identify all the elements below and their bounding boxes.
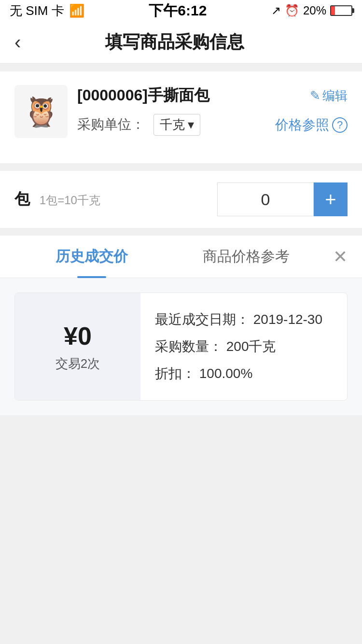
quantity-input[interactable] [217, 182, 314, 216]
tab-history-label: 历史成交价 [56, 247, 128, 266]
product-thumbnail: 🦉 [14, 85, 68, 138]
battery-fill [331, 6, 335, 15]
price-reference-button[interactable]: 价格参照 ? [275, 116, 348, 134]
price-count: 交易2次 [56, 355, 100, 372]
unit-section: 采购单位： 千克 ▾ [77, 114, 200, 136]
battery-icon [330, 5, 352, 16]
product-header: 🦉 [0000006]手撕面包 ✎ 编辑 采购单位： 千克 ▾ [14, 85, 348, 138]
unit-value: 千克 [160, 116, 185, 133]
product-image-placeholder: 🦉 [23, 95, 59, 129]
tab-product-price-ref[interactable]: 商品价格参考 [169, 236, 323, 278]
carrier-text: 无 SIM 卡 [10, 2, 64, 19]
status-bar: 无 SIM 卡 📶 下午6:12 ↗ ⏰ 20% [0, 0, 362, 21]
location-icon: ↗ [271, 4, 281, 17]
help-icon: ? [332, 117, 348, 133]
nav-bar: ‹ 填写商品采购信息 [0, 21, 362, 64]
product-card: 🦉 [0000006]手撕面包 ✎ 编辑 采购单位： 千克 ▾ [0, 71, 362, 163]
edit-label: 编辑 [322, 87, 348, 104]
status-left: 无 SIM 卡 📶 [10, 2, 84, 19]
history-price-card: ¥0 交易2次 最近成交日期： 2019-12-30 采购数量： 200千克 折… [14, 293, 348, 401]
unit-select[interactable]: 千克 ▾ [153, 114, 200, 136]
quantity-row: 包 1包=10千克 + [0, 171, 362, 228]
status-right: ↗ ⏰ 20% [271, 4, 352, 17]
main-background [0, 415, 362, 644]
battery-percent: 20% [303, 4, 326, 17]
purchase-qty-label: 采购数量： [155, 339, 223, 354]
purchase-unit-row: 采购单位： 千克 ▾ 价格参照 ? [77, 114, 348, 136]
status-time: 下午6:12 [149, 1, 207, 21]
recent-date-label: 最近成交日期： [155, 312, 250, 327]
tab-content-history: ¥0 交易2次 最近成交日期： 2019-12-30 采购数量： 200千克 折… [0, 278, 362, 415]
unit-label: 采购单位： [77, 117, 145, 132]
tab-price-ref-label: 商品价格参考 [203, 247, 290, 266]
dropdown-icon: ▾ [188, 117, 194, 132]
product-name-row: [0000006]手撕面包 ✎ 编辑 [77, 85, 348, 106]
price-ref-label: 价格参照 [275, 116, 329, 134]
alarm-icon: ⏰ [285, 4, 299, 17]
quantity-unit-desc: 1包=10千克 [40, 194, 100, 207]
tab-history-price[interactable]: 历史成交价 [14, 236, 169, 278]
purchase-qty-value: 200千克 [226, 339, 276, 354]
discount-row: 折扣： 100.00% [155, 364, 333, 383]
tabs-header: 历史成交价 商品价格参考 ✕ [0, 236, 362, 278]
product-name: [0000006]手撕面包 [77, 85, 209, 106]
wifi-icon: 📶 [69, 3, 84, 18]
page-title: 填写商品采购信息 [30, 30, 319, 54]
edit-button[interactable]: ✎ 编辑 [310, 87, 348, 104]
quantity-unit-label: 包 [14, 190, 30, 208]
product-info: [0000006]手撕面包 ✎ 编辑 采购单位： 千克 ▾ 价格参照 ? [77, 85, 348, 136]
quantity-plus-button[interactable]: + [314, 182, 348, 216]
recent-date-value: 2019-12-30 [253, 312, 322, 327]
tabs-panel: 历史成交价 商品价格参考 ✕ ¥0 交易2次 最近成交日期： 2019-12-3… [0, 236, 362, 415]
price-amount: ¥0 [64, 322, 92, 350]
quantity-label-group: 包 1包=10千克 [14, 189, 100, 210]
price-summary: ¥0 交易2次 [15, 293, 140, 400]
back-button[interactable]: ‹ [14, 31, 30, 53]
quantity-controls: + [217, 182, 348, 216]
recent-date-row: 最近成交日期： 2019-12-30 [155, 310, 333, 329]
edit-icon: ✎ [310, 88, 320, 103]
price-details: 最近成交日期： 2019-12-30 采购数量： 200千克 折扣： 100.0… [140, 293, 347, 400]
discount-value: 100.00% [199, 366, 253, 381]
purchase-qty-row: 采购数量： 200千克 [155, 337, 333, 356]
discount-label: 折扣： [155, 366, 195, 381]
tab-close-button[interactable]: ✕ [323, 247, 348, 267]
